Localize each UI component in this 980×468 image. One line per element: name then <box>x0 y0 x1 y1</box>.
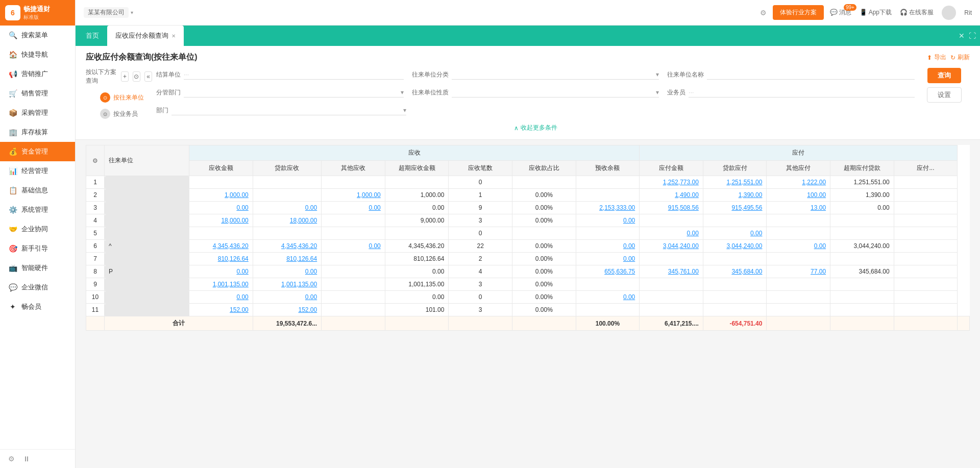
amount-link[interactable]: 0.00 <box>623 293 635 301</box>
amount-link[interactable]: 77.00 <box>811 268 826 275</box>
table-cell[interactable]: 1,251,551.00 <box>703 176 767 189</box>
partner-name-input[interactable] <box>707 70 915 80</box>
table-cell[interactable] <box>703 278 767 291</box>
sidebar-item-collab[interactable]: 🤝企业协同 <box>0 219 75 239</box>
setting-button[interactable]: 设置 <box>927 87 962 103</box>
sidebar-item-inventory[interactable]: 🏢库存核算 <box>0 122 75 142</box>
amount-link[interactable]: 0.00 <box>369 242 380 250</box>
table-cell[interactable]: 152.00 <box>189 304 253 316</box>
table-cell[interactable]: 345,684.00 <box>703 265 767 278</box>
table-settings-icon[interactable]: ⚙ <box>92 157 98 164</box>
table-cell[interactable]: 0.00 <box>189 291 253 304</box>
amount-link[interactable]: 0.00 <box>236 204 248 211</box>
table-cell[interactable]: 0.00 <box>576 291 640 304</box>
table-cell[interactable]: 152.00 <box>253 304 321 316</box>
table-cell[interactable] <box>322 227 385 240</box>
topbar-gear-icon[interactable]: ⚙ <box>760 9 767 17</box>
sidebar-item-system[interactable]: ⚙️系统管理 <box>0 200 75 219</box>
sidebar-item-hardware[interactable]: 📺智能硬件 <box>0 258 75 278</box>
table-cell[interactable]: 1,222.00 <box>767 176 830 189</box>
scheme-collapse-icon[interactable]: « <box>144 71 152 82</box>
table-cell[interactable] <box>767 227 830 240</box>
amount-link[interactable]: 18,000.00 <box>221 217 248 224</box>
table-cell[interactable]: 915,495.56 <box>703 202 767 214</box>
amount-link[interactable]: 18,000.00 <box>290 217 317 224</box>
table-cell[interactable] <box>322 214 385 227</box>
table-cell[interactable]: 0.00 <box>703 227 767 240</box>
solution-button[interactable]: 体验行业方案 <box>773 5 824 20</box>
amount-link[interactable]: 3,044,240.00 <box>663 242 699 250</box>
table-cell[interactable]: 0.00 <box>253 291 321 304</box>
sidebar-item-purchase[interactable]: 📦采购管理 <box>0 103 75 122</box>
amount-link[interactable]: 1,001,135.00 <box>281 281 317 288</box>
amount-link[interactable]: 810,126.64 <box>218 255 249 262</box>
amount-link[interactable]: 345,761.00 <box>668 268 699 275</box>
amount-link[interactable]: 1,001,135.00 <box>213 281 249 288</box>
table-cell[interactable]: 3,044,240.00 <box>703 240 767 253</box>
amount-link[interactable]: 4,345,436.20 <box>213 242 249 250</box>
table-cell[interactable]: 13.00 <box>767 202 830 214</box>
table-cell[interactable] <box>253 227 321 240</box>
amount-link[interactable]: 345,684.00 <box>731 268 762 275</box>
table-cell[interactable]: 1,001,135.00 <box>253 278 321 291</box>
table-cell[interactable] <box>253 176 321 189</box>
amount-link[interactable]: 0.00 <box>687 230 698 237</box>
add-scheme-button[interactable]: + <box>121 71 129 82</box>
table-cell[interactable] <box>576 278 640 291</box>
table-cell[interactable]: 1,252,773.00 <box>640 176 703 189</box>
amount-link[interactable]: 0.00 <box>369 204 380 211</box>
maximize-icon[interactable]: ⛶ <box>969 32 976 40</box>
table-cell[interactable] <box>767 278 830 291</box>
pause-icon[interactable]: ⏸ <box>23 455 30 463</box>
refresh-button[interactable]: ↻ 刷新 <box>950 53 970 62</box>
table-cell[interactable] <box>703 304 767 316</box>
table-cell[interactable]: 0.00 <box>576 214 640 227</box>
table-cell[interactable] <box>767 214 830 227</box>
table-cell[interactable]: 0.00 <box>189 202 253 214</box>
amount-link[interactable]: 1,390.00 <box>739 191 763 199</box>
table-cell[interactable]: 0.00 <box>767 240 830 253</box>
amount-link[interactable]: 0.00 <box>305 268 317 275</box>
table-cell[interactable]: 1,490.00 <box>640 189 703 202</box>
table-cell[interactable]: 0.00 <box>576 253 640 265</box>
amount-link[interactable]: 3,044,240.00 <box>726 242 762 250</box>
sidebar-item-quicknav[interactable]: 🏠快捷导航 <box>0 45 75 64</box>
table-cell[interactable]: 4,345,436.20 <box>253 240 321 253</box>
table-cell[interactable] <box>189 176 253 189</box>
table-cell[interactable] <box>576 304 640 316</box>
company-selector[interactable]: 某某有限公司 ▾ <box>84 7 754 18</box>
table-cell[interactable]: 18,000.00 <box>253 214 321 227</box>
amount-link[interactable]: 0.00 <box>305 204 317 211</box>
table-cell[interactable]: 1,390.00 <box>703 189 767 202</box>
table-cell[interactable]: 655,636.75 <box>576 265 640 278</box>
message-badge[interactable]: 💬 消息 99+ <box>830 8 851 17</box>
app-download[interactable]: 📱 App下载 <box>860 8 892 17</box>
table-cell[interactable] <box>189 227 253 240</box>
dept-manager-input[interactable]: ▾ <box>184 88 404 97</box>
tab-close-icon[interactable]: ✕ <box>172 33 176 39</box>
table-cell[interactable]: 0.00 <box>322 240 385 253</box>
amount-link[interactable]: 152.00 <box>298 306 317 313</box>
partner-type-input[interactable]: ▾ <box>452 88 659 97</box>
table-cell[interactable] <box>322 253 385 265</box>
scheme-target-icon[interactable]: ⊙ <box>133 71 140 82</box>
table-cell[interactable] <box>703 291 767 304</box>
table-cell[interactable] <box>322 291 385 304</box>
sidebar-item-search[interactable]: 🔍搜索菜单 <box>0 26 75 45</box>
amount-link[interactable]: 0.00 <box>623 242 635 250</box>
amount-link[interactable]: 1,252,773.00 <box>663 179 699 186</box>
filter-option-partner[interactable]: ⊙ 按往来单位 <box>96 90 152 105</box>
table-cell[interactable] <box>576 176 640 189</box>
amount-link[interactable]: 4,345,436.20 <box>281 242 317 250</box>
table-cell[interactable]: 0.00 <box>253 202 321 214</box>
dept-input[interactable]: ▾ <box>172 106 406 115</box>
amount-link[interactable]: 915,508.56 <box>668 204 699 211</box>
amount-link[interactable]: 915,495.56 <box>731 204 762 211</box>
amount-link[interactable]: 152.00 <box>230 306 249 313</box>
sidebar-item-fund[interactable]: 💰资金管理 <box>0 142 75 161</box>
sidebar-item-sales[interactable]: 🛒销售管理 <box>0 84 75 103</box>
table-cell[interactable] <box>322 304 385 316</box>
sidebar-item-member[interactable]: ✦畅会员 <box>0 297 75 316</box>
table-cell[interactable]: 345,761.00 <box>640 265 703 278</box>
salesperson-input[interactable]: ··· <box>689 88 915 97</box>
